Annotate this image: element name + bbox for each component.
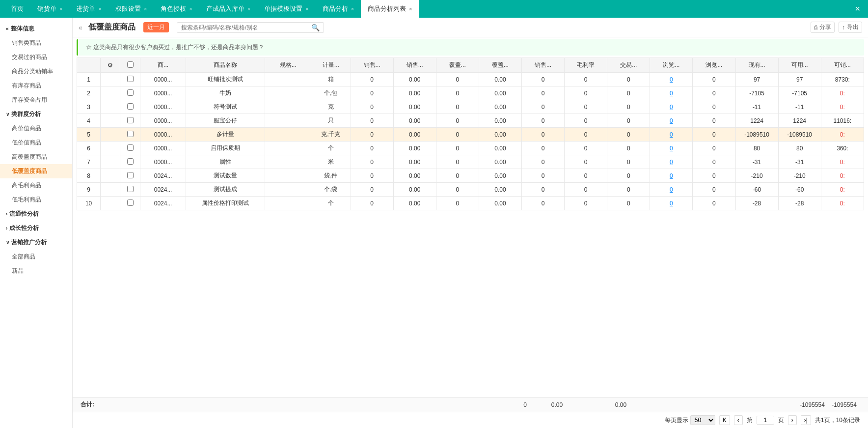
cell-checkbox[interactable] <box>120 169 140 183</box>
row-checkbox[interactable] <box>127 103 134 110</box>
cell-code: 0000... <box>140 114 186 128</box>
sidebar-item-sales-goods[interactable]: 销售类商品 <box>0 36 72 50</box>
nav-permission-settings[interactable]: 权限设置 × <box>108 0 154 18</box>
share-icon: ⎙ <box>814 24 817 31</box>
sidebar-item-traded-goods[interactable]: 交易过的商品 <box>0 50 72 64</box>
cell-empty <box>101 155 120 169</box>
last-page-button[interactable]: ›| <box>801 415 811 425</box>
cell-empty <box>101 197 120 210</box>
cell-browse1[interactable]: 0 <box>650 155 693 169</box>
export-button[interactable]: ↑ 导出 <box>839 22 862 33</box>
nav-close-icon[interactable]: × <box>305 6 308 12</box>
cell-trade: 0 <box>607 183 650 197</box>
search-input[interactable] <box>181 24 311 31</box>
cell-checkbox[interactable] <box>120 114 140 128</box>
sidebar-item-low-margin[interactable]: 低毛利商品 <box>0 193 72 207</box>
col-settings-header[interactable]: ⚙ <box>101 58 120 73</box>
row-checkbox[interactable] <box>127 131 134 137</box>
prev-page-button[interactable]: ‹ <box>734 415 743 425</box>
nav-product-analysis[interactable]: 商品分析 × <box>316 0 361 18</box>
cell-sales-qty: 0 <box>351 100 393 114</box>
cell-sales3: 0 <box>521 128 564 142</box>
sidebar-item-low-coverage[interactable]: 低覆盖度商品 <box>0 164 72 178</box>
sidebar-item-stock-goods[interactable]: 有库存商品 <box>0 79 72 93</box>
cell-num: 3 <box>77 100 101 114</box>
cell-browse1[interactable]: 0 <box>650 128 693 142</box>
cell-browse1[interactable]: 0 <box>650 73 693 86</box>
nav-close-icon[interactable]: × <box>189 6 192 12</box>
cell-cover2: 0.00 <box>479 142 521 155</box>
cell-browse1[interactable]: 0 <box>650 114 693 128</box>
sidebar-item-all-goods[interactable]: 全部商品 <box>0 250 72 264</box>
nav-purchase-order[interactable]: 进货单 × <box>69 0 108 18</box>
table-row: 8 0024... 测试数量 袋,件 0 0.00 0 0.00 0 0 0 0… <box>77 169 864 183</box>
cell-checkbox[interactable] <box>120 73 140 86</box>
sidebar-section-marketing[interactable]: ∨ 营销推广分析 <box>0 235 72 250</box>
cell-checkbox[interactable] <box>120 197 140 210</box>
nav-template-settings[interactable]: 单据模板设置 × <box>257 0 315 18</box>
cell-checkbox[interactable] <box>120 128 140 142</box>
page-number-input[interactable] <box>757 416 774 425</box>
sidebar-section-cluster[interactable]: ∨ 类群度分析 <box>0 107 72 121</box>
row-checkbox[interactable] <box>127 158 134 165</box>
sidebar-section-liquidity[interactable]: › 流通性分析 <box>0 207 72 221</box>
nav-sales-order[interactable]: 销货单 × <box>30 0 69 18</box>
cell-checkbox[interactable] <box>120 100 140 114</box>
sidebar-item-category-rate[interactable]: 商品分类动销率 <box>0 64 72 79</box>
cell-browse1[interactable]: 0 <box>650 100 693 114</box>
sidebar-section-overall[interactable]: « 整体信息 <box>0 22 72 36</box>
nav-home[interactable]: 首页 <box>4 0 30 18</box>
cell-browse1[interactable]: 0 <box>650 197 693 210</box>
col-code-header: 商... <box>140 58 186 73</box>
cell-checkbox[interactable] <box>120 86 140 100</box>
sidebar-section-growth[interactable]: › 成长性分析 <box>0 221 72 235</box>
table-row: 9 0024... 测试提成 个,袋 0 0.00 0 0.00 0 0 0 0… <box>77 183 864 197</box>
nav-close-icon[interactable]: × <box>98 6 101 12</box>
window-close-button[interactable]: × <box>851 4 864 14</box>
share-button[interactable]: ⎙ 分享 <box>811 22 835 33</box>
nav-product-analysis-list[interactable]: 商品分析列表 × <box>361 0 419 18</box>
cell-checkbox[interactable] <box>120 155 140 169</box>
sidebar-item-new-goods[interactable]: 新品 <box>0 264 72 278</box>
row-checkbox[interactable] <box>127 76 134 82</box>
row-checkbox[interactable] <box>127 117 134 123</box>
cell-name: 属性价格打印测试 <box>186 197 265 210</box>
next-page-button[interactable]: › <box>788 415 797 425</box>
sidebar-item-low-value[interactable]: 低价值商品 <box>0 136 72 150</box>
sidebar-item-stock-capital[interactable]: 库存资金占用 <box>0 93 72 107</box>
select-all-checkbox[interactable] <box>127 61 134 68</box>
sidebar-item-high-margin[interactable]: 高毛利商品 <box>0 178 72 193</box>
sidebar-item-high-value[interactable]: 高价值商品 <box>0 121 72 136</box>
nav-close-icon[interactable]: × <box>247 6 250 12</box>
sidebar-collapse-button[interactable]: « <box>79 24 82 31</box>
cell-name: 测试数量 <box>186 169 265 183</box>
time-filter-button[interactable]: 近一月 <box>143 22 169 32</box>
cell-empty <box>101 169 120 183</box>
cell-sales-qty: 0 <box>351 142 393 155</box>
cell-browse1[interactable]: 0 <box>650 183 693 197</box>
page-size-select[interactable]: 20 50 100 <box>690 415 715 425</box>
nav-close-icon[interactable]: × <box>59 6 62 12</box>
sidebar-item-high-coverage[interactable]: 高覆盖度商品 <box>0 150 72 164</box>
row-checkbox[interactable] <box>127 89 134 96</box>
row-checkbox[interactable] <box>127 186 134 192</box>
search-box: 🔍 <box>177 22 324 33</box>
nav-close-icon[interactable]: × <box>144 6 147 12</box>
cell-browse1[interactable]: 0 <box>650 86 693 100</box>
first-page-button[interactable]: K <box>719 415 730 425</box>
cell-browse1[interactable]: 0 <box>650 142 693 155</box>
cell-cover2: 0.00 <box>479 183 521 197</box>
row-checkbox[interactable] <box>127 144 134 151</box>
cell-checkbox[interactable] <box>120 183 140 197</box>
nav-role-auth[interactable]: 角色授权 × <box>154 0 199 18</box>
nav-product-inbound[interactable]: 产成品入库单 × <box>199 0 257 18</box>
cell-checkbox[interactable] <box>120 142 140 155</box>
nav-close-icon[interactable]: × <box>409 6 412 12</box>
cell-browse1[interactable]: 0 <box>650 169 693 183</box>
row-checkbox[interactable] <box>127 172 134 178</box>
page-label: 第 <box>747 416 753 425</box>
nav-close-icon[interactable]: × <box>351 6 354 12</box>
row-checkbox[interactable] <box>127 200 134 206</box>
col-checkbox-header[interactable] <box>120 58 140 73</box>
settings-icon[interactable]: ⚙ <box>108 62 113 69</box>
